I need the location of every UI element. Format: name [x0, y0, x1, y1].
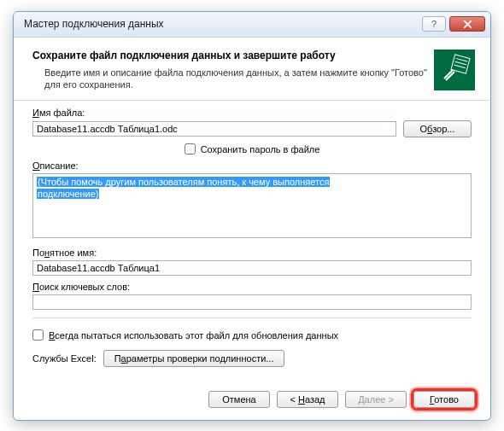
- filename-label: Имя файла:: [32, 108, 472, 118]
- header-title: Сохраните файл подключения данных и заве…: [32, 50, 427, 61]
- always-use-checkbox[interactable]: [32, 329, 44, 341]
- wizard-header: Сохраните файл подключения данных и заве…: [14, 38, 490, 102]
- back-button[interactable]: < Назад: [277, 391, 338, 408]
- svg-rect-0: [451, 54, 470, 73]
- browse-button[interactable]: Обзор...: [403, 120, 472, 137]
- keywords-input[interactable]: [32, 294, 472, 310]
- description-label: Описание:: [32, 160, 472, 171]
- friendly-name-input[interactable]: [32, 260, 472, 276]
- wizard-body: Имя файла: Обзор... Сохранить пароль в ф…: [14, 101, 490, 381]
- wizard-footer: Отмена < Назад Далее > Готово: [14, 382, 490, 420]
- titlebar: Мастер подключения данных ?: [14, 12, 490, 38]
- next-button: Далее >: [345, 391, 407, 408]
- excel-services-label: Службы Excel:: [32, 353, 97, 364]
- help-button[interactable]: ?: [422, 16, 446, 32]
- keywords-label: Поиск ключевых слов:: [32, 282, 472, 292]
- friendly-name-label: Понятное имя:: [32, 248, 472, 258]
- divider: [32, 317, 472, 318]
- description-textarea[interactable]: [32, 173, 472, 238]
- dialog-window: Мастер подключения данных ? Сохраните фа…: [13, 11, 491, 421]
- close-button[interactable]: [449, 16, 485, 32]
- header-subtitle: Введите имя и описание файла подключения…: [32, 67, 427, 92]
- cancel-button[interactable]: Отмена: [208, 391, 270, 408]
- window-title: Мастер подключения данных: [24, 18, 419, 30]
- close-icon: [463, 20, 472, 29]
- connection-icon: [434, 50, 475, 90]
- save-password-label: Сохранить пароль в файле: [201, 144, 320, 154]
- always-use-label: Всегда пытаться использовать этот файл д…: [49, 330, 338, 341]
- auth-params-button[interactable]: Параметры проверки подлинности...: [103, 350, 285, 367]
- finish-button[interactable]: Готово: [413, 391, 475, 408]
- filename-input[interactable]: [32, 121, 396, 137]
- save-password-checkbox[interactable]: [185, 143, 196, 154]
